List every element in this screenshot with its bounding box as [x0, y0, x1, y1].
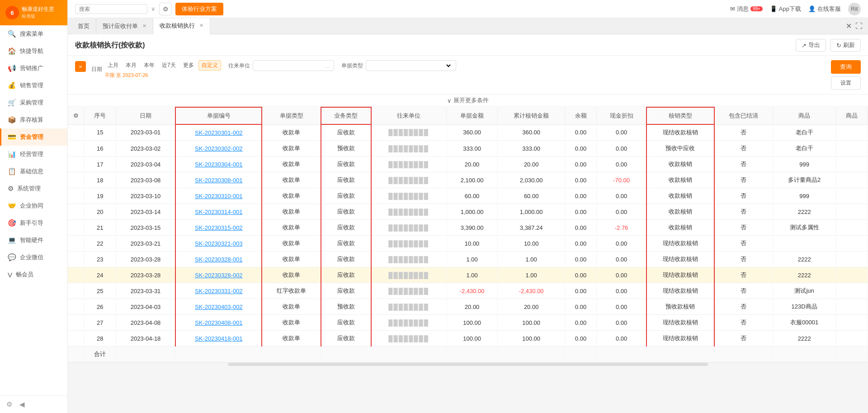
table-cell	[68, 252, 84, 267]
table-cell: 否	[714, 157, 773, 172]
app-download-label: App下载	[779, 5, 801, 13]
total-cell	[321, 347, 371, 362]
sidebar-item-sales[interactable]: 💰 销售管理	[0, 77, 67, 94]
total-cell	[262, 347, 321, 362]
sidebar-item-member[interactable]: V 畅会员	[0, 266, 67, 283]
search-input[interactable]	[75, 4, 147, 14]
total-cell: 合计	[84, 347, 116, 362]
tab-close-all-icon[interactable]: ✕	[846, 22, 852, 30]
table-cell	[68, 157, 84, 172]
table-cell[interactable]: 2023-03-21	[116, 236, 175, 252]
sidebar-item-enterprise[interactable]: 🤝 企业协同	[0, 197, 67, 214]
filter-toggle-button[interactable]: »	[75, 61, 86, 72]
table-cell	[836, 204, 868, 220]
sidebar-item-guide[interactable]: 🎯 新手引导	[0, 214, 67, 232]
sidebar-item-wechat[interactable]: 💬 企业微信	[0, 249, 67, 266]
user-avatar[interactable]: Rit	[848, 3, 861, 15]
table-cell[interactable]: 2023-03-08	[116, 172, 175, 188]
table-cell[interactable]: 2023-03-14	[116, 204, 175, 220]
tab-preorder[interactable]: 预计应收付单 ✕	[96, 18, 153, 34]
settings-button[interactable]: ⚙	[159, 3, 172, 15]
sidebar-item-system[interactable]: ⚙ 系统管理	[0, 180, 67, 197]
scrollbar-thumb	[228, 363, 708, 366]
table-cell[interactable]: 2023-03-01	[116, 124, 175, 141]
sidebar-item-nav[interactable]: 🏠 快捷导航	[0, 43, 67, 60]
total-cell	[565, 347, 596, 362]
date-btn-last-month[interactable]: 上月	[105, 61, 121, 70]
settings-icon[interactable]: ⚙	[6, 400, 12, 408]
collapse-icon[interactable]: ◀	[19, 400, 25, 408]
table-cell	[68, 124, 84, 141]
table-cell: SK-20230331-002	[175, 283, 262, 299]
online-service-button[interactable]: 👤 在线客服	[808, 5, 841, 13]
messages-button[interactable]: ✉ 消息 99+	[730, 5, 763, 13]
table-cell: 0.00	[565, 141, 596, 157]
tab-maximize-icon[interactable]: ⛶	[855, 22, 863, 30]
table-cell[interactable]: 2023-03-15	[116, 220, 175, 236]
date-btn-more[interactable]: 更多	[180, 61, 197, 70]
sidebar-item-operation[interactable]: 📊 经营管理	[0, 146, 67, 163]
date-btn-custom[interactable]: 自定义	[198, 60, 221, 71]
table-cell: 23	[84, 252, 116, 267]
receipt-type-select[interactable]	[370, 62, 452, 69]
table-cell: SK-20230328-001	[175, 252, 262, 267]
sidebar-item-purchase[interactable]: 🛒 采购管理	[0, 94, 67, 111]
table-total-row: 合计	[68, 347, 868, 362]
table-cell: 17	[84, 157, 116, 172]
date-btn-7days[interactable]: 近7天	[159, 61, 179, 70]
table-cell: 21	[84, 220, 116, 236]
table-cell: 预收款核销	[646, 299, 714, 315]
hardware-icon: 💻	[8, 236, 16, 244]
sidebar-item-search[interactable]: 🔍 搜索菜单	[0, 25, 67, 43]
refresh-button[interactable]: ↻ 刷新	[830, 39, 861, 52]
table-cell[interactable]: 2023-03-28	[116, 267, 175, 283]
sidebar-item-hardware[interactable]: 💻 智能硬件	[0, 232, 67, 249]
table-cell: 应收款	[321, 172, 371, 188]
purchase-icon: 🛒	[8, 99, 16, 107]
sidebar-item-marketing[interactable]: 📢 营销推广	[0, 60, 67, 77]
table-cell: 收款单	[262, 236, 321, 252]
table-cell: 333.00	[498, 141, 565, 157]
table-scrollbar[interactable]	[68, 362, 868, 366]
date-btn-this-month[interactable]: 本月	[123, 61, 139, 70]
table-cell[interactable]: 2023-03-04	[116, 157, 175, 172]
table-cell: ████████	[371, 252, 447, 267]
total-cell	[68, 347, 84, 362]
table-cell: 2222	[773, 204, 836, 220]
solution-button[interactable]: 体验行业方案	[175, 3, 223, 15]
filter-setting-button[interactable]: 设置	[831, 76, 861, 90]
company-input[interactable]	[257, 62, 325, 69]
table-cell[interactable]: 2023-03-10	[116, 188, 175, 204]
table-cell: -2,430.00	[446, 283, 498, 299]
tab-home[interactable]: 首页	[71, 18, 96, 34]
col-settings[interactable]: ⚙	[68, 107, 84, 124]
tab-collection-close[interactable]: ✕	[199, 23, 203, 28]
sidebar-item-basic[interactable]: 📋 基础信息	[0, 163, 67, 180]
sidebar-item-inventory[interactable]: 📦 库存核算	[0, 111, 67, 128]
expand-conditions-button[interactable]: ∨ 展开更多条件	[447, 96, 489, 104]
table-row: 232023-03-28SK-20230328-001收款单应收款███████…	[68, 252, 868, 267]
query-button[interactable]: 查询	[831, 60, 861, 74]
table-cell: 否	[714, 172, 773, 188]
tab-collection[interactable]: 收款核销执行 ✕	[153, 18, 210, 34]
table-cell[interactable]: 2023-04-18	[116, 331, 175, 347]
table-cell: 0.00	[597, 267, 646, 283]
table-cell[interactable]: 2023-03-02	[116, 141, 175, 157]
table-cell: 0.00	[565, 172, 596, 188]
sidebar-item-finance[interactable]: 💳 资金管理	[0, 128, 67, 146]
table-header-row: ⚙ 序号 日期 单据编号 单据类型 业务类型 往来单位 单据金额 累计核销金额 …	[68, 107, 868, 124]
table-cell[interactable]: 2023-04-08	[116, 315, 175, 331]
table-cell: 应收款	[321, 236, 371, 252]
table-cell: 2,030.00	[498, 172, 565, 188]
table-cell[interactable]: 2023-03-28	[116, 252, 175, 267]
app-download-button[interactable]: 📱 App下载	[770, 5, 801, 13]
date-btn-this-year[interactable]: 本年	[141, 61, 157, 70]
table-cell: 收款单	[262, 204, 321, 220]
table-cell: 20.00	[446, 157, 498, 172]
expand-row: ∨ 展开更多条件	[68, 95, 868, 107]
export-button[interactable]: ↗ 导出	[796, 39, 826, 52]
tab-preorder-close[interactable]: ✕	[142, 23, 146, 29]
table-row: 192023-03-10SK-20230310-001收款单应收款███████…	[68, 188, 868, 204]
table-cell[interactable]: 2023-03-31	[116, 283, 175, 299]
table-cell[interactable]: 2023-04-03	[116, 299, 175, 315]
